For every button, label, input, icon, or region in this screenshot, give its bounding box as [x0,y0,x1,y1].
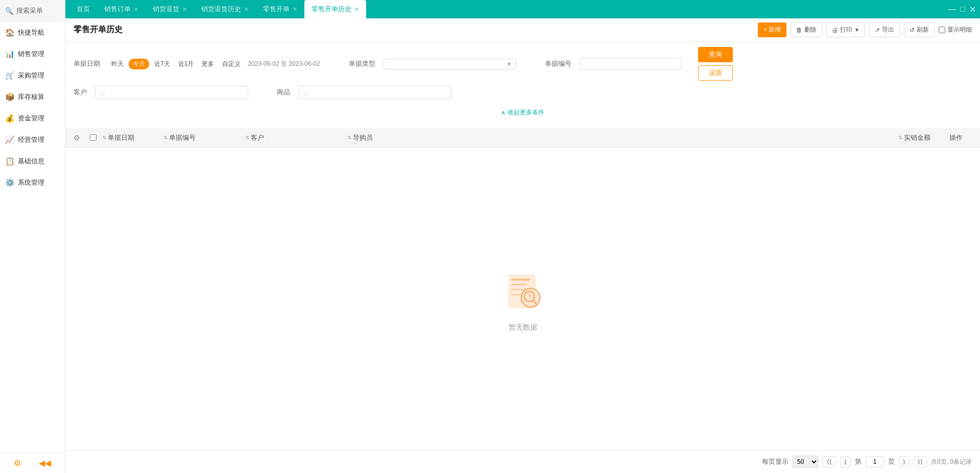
refresh-button-label: 刷新 [917,26,929,34]
col-customer[interactable]: ⇅ 客户 [241,133,343,142]
main-area: 首页 销售订单 ✕ 销货退货 ✕ 销货退货历史 ✕ 零售开单 ✕ 零售开单历史 … [65,0,980,473]
sidebar-item-system-mgmt[interactable]: ⚙️ 系统管理 [0,172,65,193]
collapse-button[interactable]: ∧ 收起更多条件 [501,106,544,119]
page-input[interactable] [866,456,884,467]
tab-sales-order[interactable]: 销售订单 ✕ [97,0,146,18]
refresh-button[interactable]: ↺ 刷新 [904,22,935,37]
col-guide[interactable]: ⇅ 导购员 [343,133,404,142]
sidebar-item-operations[interactable]: 📈 经营管理 [0,129,65,151]
tab-sales-return-label: 销货退货 [153,5,179,14]
tab-sales-order-close[interactable]: ✕ [134,6,138,13]
col-amount[interactable]: ⇅ 实销金额 [894,133,945,142]
box-icon: 📦 [5,92,15,102]
tab-sales-return-close[interactable]: ✕ [182,6,187,13]
window-close-icon[interactable]: ✕ [969,5,976,14]
col-number-label: 单据编号 [169,133,196,142]
refresh-icon: ↺ [910,27,915,34]
sidebar-item-basic-info[interactable]: 📋 基础信息 [0,151,65,172]
home-icon: 🏠 [5,28,15,37]
type-select[interactable]: ▼ [384,59,516,69]
page-first-button[interactable]: ⟨⟨ [823,456,836,467]
col-op-label: 操作 [949,133,963,142]
new-button-label: + 新增 [763,26,781,34]
tab-sales-return[interactable]: 销货退货 ✕ [146,0,194,18]
date-shortcuts: 昨天 今天 近7天 近1月 更多 自定义 2023-06-02 至 2023-0… [108,59,320,69]
window-minimize-icon[interactable]: — [948,5,956,14]
window-maximize-icon[interactable]: □ [960,5,965,14]
sort-icon-amount: ⇅ [898,135,902,140]
page-last-button[interactable]: ⟩⟩ [914,456,927,467]
content-area: ⚙ ⇅ 单据日期 ⇅ 单据编号 ⇅ 客户 ⇅ 导购员 ⇅ [65,128,980,473]
export-icon: ↗ [875,27,880,34]
collapse-sidebar-icon[interactable]: ◀◀ [39,458,51,468]
col-amount-label: 实销金额 [904,133,930,142]
sidebar-item-finance[interactable]: 💰 资金管理 [0,108,65,129]
date-btn-1month[interactable]: 近1月 [175,59,197,69]
sidebar-item-label: 库存核算 [18,92,44,102]
date-btn-yesterday[interactable]: 昨天 [108,59,127,69]
query-button[interactable]: 查询 [698,47,733,62]
toolbar-actions: + 新增 🗑 删除 🖨 打印 ▼ ↗ 导出 ↺ 刷新 显示明细 [758,22,972,37]
export-button-label: 导出 [882,26,894,34]
number-input[interactable] [580,58,682,70]
page-size-select[interactable]: 50 20 100 [793,456,819,468]
svg-text:?: ? [528,293,532,300]
print-button[interactable]: 🖨 打印 ▼ [826,22,865,37]
date-btn-today[interactable]: 今天 [129,59,149,69]
gear-icon: ⚙️ [5,178,15,187]
select-all-checkbox[interactable] [90,134,97,141]
export-button[interactable]: ↗ 导出 [869,22,900,37]
page-next-button[interactable]: ⟩ [899,456,910,467]
sidebar-item-label: 资金管理 [18,114,44,123]
print-dropdown-icon: ▼ [854,27,859,33]
sidebar-search[interactable]: 🔍 搜索采单 [0,0,65,22]
table-settings-icon[interactable]: ⚙ [69,134,86,142]
chart-icon: 📊 [5,49,15,59]
settings-query-button[interactable]: 设置 [698,65,733,81]
col-number[interactable]: ⇅ 单据编号 [159,133,241,142]
tab-retail-history-close[interactable]: ✕ [354,6,359,13]
filter-row-2: 客户 ... 商品 ... [74,86,972,99]
money-icon: 💰 [5,114,15,123]
date-range-text: 2023-06-02 至 2023-06-02 [248,60,320,68]
page-size-label: 每页显示 [762,457,788,466]
sidebar-item-inventory[interactable]: 📦 库存核算 [0,86,65,108]
settings-bottom-icon[interactable]: ⚙ [14,458,21,468]
tab-sales-order-label: 销售订单 [104,5,131,14]
date-btn-more[interactable]: 更多 [199,59,217,69]
tab-sales-return-history-close[interactable]: ✕ [244,6,249,13]
table-select-all[interactable] [86,134,98,141]
page-unit: 页 [888,457,895,466]
table-header: ⚙ ⇅ 单据日期 ⇅ 单据编号 ⇅ 客户 ⇅ 导购员 ⇅ [65,128,980,147]
tab-sales-return-history[interactable]: 销货退货历史 ✕ [194,0,256,18]
date-btn-custom[interactable]: 自定义 [219,59,244,69]
empty-state: ? 暂无数据 [65,147,980,450]
sidebar-item-sales-mgmt[interactable]: 📊 销售管理 [0,43,65,65]
toolbar: 零售开单历史 + 新增 🗑 删除 🖨 打印 ▼ ↗ 导出 ↺ 刷新 [65,18,980,42]
tab-retail-open-close[interactable]: ✕ [293,6,297,13]
sidebar-item-label: 基础信息 [18,157,44,166]
sort-icon-guide: ⇅ [347,135,351,140]
tab-retail-open[interactable]: 零售开单 ✕ [256,0,304,18]
sidebar-item-quick-nav[interactable]: 🏠 快捷导航 [0,22,65,43]
tab-retail-history[interactable]: 零售开单历史 ✕ [304,0,366,18]
svg-rect-1 [511,279,530,281]
display-detail-checkbox[interactable] [939,27,945,33]
display-detail-toggle[interactable]: 显示明细 [939,26,972,34]
list-icon: 📋 [5,157,15,166]
tabs-bar-right: — □ ✕ [948,5,976,14]
date-filter-label: 单据日期 [74,59,100,68]
customer-select[interactable]: ... [95,86,248,99]
goods-select[interactable]: ... [298,86,451,99]
tab-home[interactable]: 首页 [69,0,97,18]
sidebar-item-purchase-mgmt[interactable]: 🛒 采购管理 [0,65,65,86]
empty-illustration: ? [497,266,548,317]
col-date[interactable]: ⇅ 单据日期 [98,133,159,142]
page-total: 共0页, 0条记录 [931,458,972,466]
delete-button[interactable]: 🗑 删除 [791,22,822,37]
sidebar-bottom: ⚙ ◀◀ [0,453,65,473]
sidebar-item-label: 经营管理 [18,135,44,144]
new-button[interactable]: + 新增 [758,22,786,37]
page-prev-button[interactable]: ⟨ [840,456,851,467]
date-btn-7days[interactable]: 近7天 [151,59,173,69]
